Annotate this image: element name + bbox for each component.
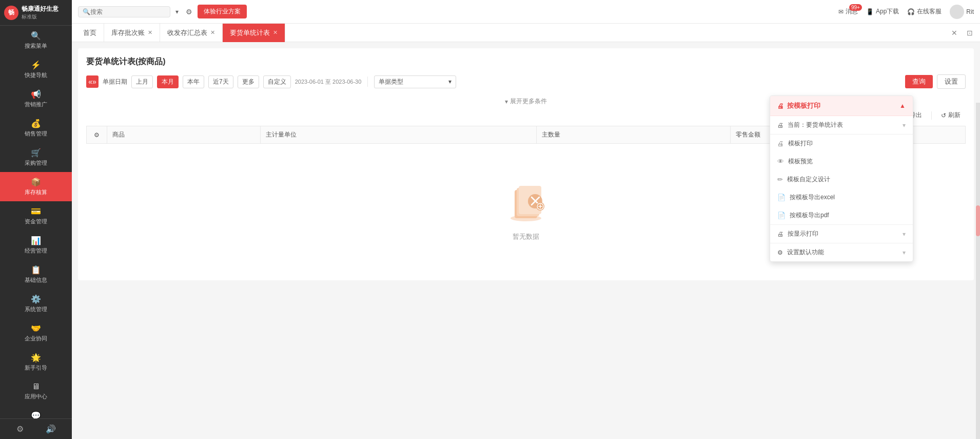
date-more-btn[interactable]: 更多 (238, 75, 259, 88)
display-print-icon: 🖨 (777, 231, 783, 238)
wechat-icon: 💬 (31, 411, 41, 418)
sales-icon: 💰 (31, 119, 41, 128)
template-pdf-icon: 📄 (777, 212, 786, 219)
tab-inventory-batch[interactable]: 库存批次账 ✕ (104, 24, 160, 42)
topbar-settings-icon[interactable]: ⚙ (186, 8, 192, 16)
topbar-app-download[interactable]: 📱 App下载 (866, 7, 899, 16)
sidebar-label-sales: 销售管理 (25, 130, 47, 138)
trial-btn[interactable]: 体验行业方案 (198, 5, 247, 18)
dropdown-display-print[interactable]: 🖨 按显示打印 ▾ (770, 225, 913, 243)
topbar-online-service[interactable]: 🎧 在线客服 (907, 7, 942, 16)
current-item-arrow: ▾ (903, 122, 906, 129)
online-service-label: 在线客服 (917, 7, 942, 16)
set-default-label: 设置默认功能 (787, 248, 824, 257)
dropdown-collapse-btn[interactable]: ▲ (899, 102, 906, 109)
app-download-icon: 📱 (866, 8, 874, 15)
set-default-arrow: ▾ (903, 249, 906, 256)
dropdown-header: 🖨 按模板打印 ▲ (770, 96, 913, 116)
dropdown-menu: 🖨 按模板打印 ▲ 🖨 当前：要货单统计表 ▾ 🖨 (770, 96, 913, 262)
user-name: Rit (966, 8, 974, 15)
dropdown-template-preview[interactable]: 👁 模板预览 (770, 152, 913, 170)
query-btn[interactable]: 查询 (905, 75, 933, 88)
scrollbar-thumb[interactable] (976, 205, 980, 236)
empty-text: 暂无数据 (513, 232, 539, 241)
date-this-year-btn[interactable]: 本年 (183, 75, 204, 88)
dropdown-current-item[interactable]: 🖨 当前：要货单统计表 ▾ (770, 116, 913, 134)
sidebar-speaker-icon[interactable]: 🔊 (46, 424, 56, 434)
enterprise-icon: 🤝 (31, 323, 41, 333)
sidebar-item-wechat[interactable]: 💬 企业微信 (0, 406, 72, 418)
tab-order-stats-close[interactable]: ✕ (273, 29, 278, 36)
display-print-label: 按显示打印 (788, 230, 818, 238)
topbar: 🔍 ▾ ⚙ 体验行业方案 ✉ 消息 99+ 📱 App下载 🎧 在线客服 Rit (72, 0, 980, 24)
filter-divider (367, 77, 368, 87)
marketing-icon: 📢 (31, 89, 41, 99)
sidebar-item-system[interactable]: ⚙️ 系统管理 (0, 289, 72, 318)
sidebar-label-inventory: 库存核算 (25, 188, 47, 196)
tab-order-stats[interactable]: 要货单统计表 ✕ (223, 24, 285, 42)
sidebar-item-basic[interactable]: 📋 基础信息 (0, 260, 72, 289)
topbar-search-box[interactable]: 🔍 (78, 6, 170, 17)
sidebar-item-newbie[interactable]: 🌟 新手引导 (0, 348, 72, 377)
date-this-month-btn[interactable]: 本月 (157, 75, 179, 88)
sidebar-item-purchase[interactable]: 🛒 采购管理 (0, 143, 72, 172)
dropdown-display-section: 🖨 按显示打印 ▾ (770, 225, 913, 243)
refresh-label: 刷新 (948, 111, 961, 120)
tab-inventory-batch-close[interactable]: ✕ (148, 29, 152, 36)
sidebar-scroll: 🔍 搜索菜单 ⚡ 快捷导航 📢 营销推广 💰 销售管理 🛒 采购管理 📦 库存核… (0, 26, 72, 418)
sidebar-item-quick-nav[interactable]: ⚡ 快捷导航 (0, 55, 72, 84)
date-custom-btn[interactable]: 自定义 (263, 75, 291, 88)
col-unit: 主计量单位 (260, 126, 536, 144)
right-scrollbar[interactable] (976, 103, 980, 439)
sidebar-item-marketing[interactable]: 📢 营销推广 (0, 84, 72, 113)
appstore-icon: 🖥 (32, 382, 40, 391)
sidebar-item-search[interactable]: 🔍 搜索菜单 (0, 26, 72, 55)
date-last7-btn[interactable]: 近7天 (208, 75, 233, 88)
filter-type-select[interactable]: 单据类型 ▾ (374, 75, 456, 88)
current-item-label: 当前：要货单统计表 (788, 121, 843, 129)
sidebar-label-appstore: 应用中心 (25, 393, 47, 400)
col-settings[interactable]: ⚙ (87, 126, 107, 144)
sidebar-label-marketing: 营销推广 (25, 101, 47, 108)
sidebar-label-operation: 经营管理 (25, 247, 47, 255)
dropdown-template-pdf[interactable]: 📄 按模板导出pdf (770, 206, 913, 224)
sidebar-item-sales[interactable]: 💰 销售管理 (0, 113, 72, 143)
topbar-message[interactable]: ✉ 消息 99+ (838, 7, 858, 16)
dropdown-default-section: ⚙ 设置默认功能 ▾ (770, 243, 913, 261)
dropdown-set-default[interactable]: ⚙ 设置默认功能 ▾ (770, 243, 913, 261)
tab-home[interactable]: 首页 (76, 24, 104, 42)
topbar-user[interactable]: Rit (950, 5, 974, 19)
sidebar-item-operation[interactable]: 📊 经营管理 (0, 231, 72, 260)
dropdown-template-excel[interactable]: 📄 按模板导出excel (770, 188, 913, 206)
sidebar-item-inventory[interactable]: 📦 库存核算 (0, 172, 72, 201)
sidebar-item-finance[interactable]: 💳 资金管理 (0, 201, 72, 231)
current-item-icon: 🖨 (777, 122, 783, 129)
topbar-dropdown-icon[interactable]: ▾ (175, 8, 179, 15)
template-design-icon: ✏ (777, 176, 783, 183)
tab-receivable-summary-close[interactable]: ✕ (210, 29, 215, 36)
sidebar-item-enterprise[interactable]: 🤝 企业协同 (0, 318, 72, 348)
tabs-bar: 首页 库存批次账 ✕ 收发存汇总表 ✕ 要货单统计表 ✕ ✕ ⊡ (72, 24, 980, 42)
toolbar-sep-2 (931, 111, 932, 120)
sidebar-label-purchase: 采购管理 (25, 159, 47, 167)
settings-btn[interactable]: 设置 (937, 74, 966, 89)
logo-sub-text: 标准版 (22, 13, 58, 20)
main-content: 🔍 ▾ ⚙ 体验行业方案 ✉ 消息 99+ 📱 App下载 🎧 在线客服 Rit (72, 0, 980, 439)
date-last-month-btn[interactable]: 上月 (131, 75, 153, 88)
refresh-btn[interactable]: ↺ 刷新 (936, 109, 966, 122)
col-quantity: 主数量 (536, 126, 730, 144)
tab-receivable-summary[interactable]: 收发存汇总表 ✕ (160, 24, 223, 42)
window-expand-btn[interactable]: ⊡ (964, 27, 976, 39)
dropdown-template-design[interactable]: ✏ 模板自定义设计 (770, 170, 913, 188)
filter-expand-btn[interactable]: «» (86, 75, 99, 88)
dropdown-template-print[interactable]: 🖨 模板打印 (770, 135, 913, 152)
system-icon: ⚙️ (31, 294, 41, 304)
sidebar-settings-icon[interactable]: ⚙ (16, 424, 24, 434)
window-close-btn[interactable]: ✕ (948, 27, 961, 39)
inventory-icon: 📦 (31, 177, 41, 187)
search-input[interactable] (90, 8, 162, 15)
search-icon: 🔍 (31, 31, 41, 41)
display-print-arrow: ▾ (903, 231, 906, 238)
template-excel-icon: 📄 (777, 194, 786, 201)
sidebar-item-appstore[interactable]: 🖥 应用中心 (0, 377, 72, 406)
